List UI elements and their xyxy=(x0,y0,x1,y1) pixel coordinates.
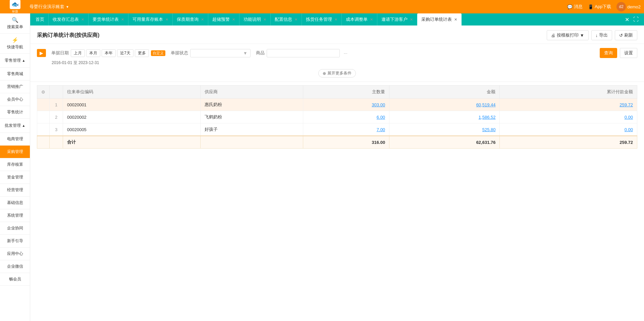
logo-icon: 🐟 xyxy=(10,0,20,9)
status-select[interactable]: ▼ xyxy=(190,49,251,57)
cell-main-qty-2[interactable]: 6.00 xyxy=(303,111,389,123)
tab-cost-adjust[interactable]: 成本调整单 ✕ xyxy=(342,13,377,25)
cell-amount-1[interactable]: 60,519.44 xyxy=(389,99,500,111)
tab-freshness-close-icon[interactable]: ✕ xyxy=(201,17,204,22)
app-download-btn[interactable]: 📱 App下载 xyxy=(588,4,611,10)
tab-receive-pay[interactable]: 收发存汇总表 ✕ xyxy=(49,13,89,25)
th-main-qty: 主数量 xyxy=(303,86,389,99)
tab-func-desc-close-icon[interactable]: ✕ xyxy=(263,17,266,22)
goods-filter-label: 商品 xyxy=(256,50,265,56)
avatar-initials: d2 xyxy=(619,4,624,9)
tab-purchase-stat[interactable]: 采购订单统计表 ✕ xyxy=(417,13,462,25)
sidebar-item-marketing[interactable]: 营销推广 xyxy=(0,81,30,93)
date-this-year-btn[interactable]: 本年 xyxy=(102,49,116,57)
tab-goods-stat-close-icon[interactable]: ✕ xyxy=(121,17,124,22)
sidebar-item-ecommerce[interactable]: 电商管理 xyxy=(0,133,30,146)
tab-goods-stat[interactable]: 要货单统计表 ✕ xyxy=(89,13,128,25)
sidebar-item-operations[interactable]: 经营管理 xyxy=(0,184,30,197)
sidebar-item-wholesale[interactable]: 批发管理 ▲ xyxy=(0,119,30,133)
print-btn[interactable]: 🖨 按模板打印 ▼ xyxy=(547,30,589,40)
sidebar-item-member[interactable]: 会员中心 xyxy=(0,93,30,106)
date-7days-btn[interactable]: 近7天 xyxy=(117,49,133,57)
tab-freshness[interactable]: 保质期查询 ✕ xyxy=(173,13,208,25)
tab-overstock-close-icon[interactable]: ✕ xyxy=(232,17,235,22)
tab-invite-customer[interactable]: 邀请下游客户 ✕ xyxy=(377,13,417,25)
tab-avail-stock-close-icon[interactable]: ✕ xyxy=(165,17,168,22)
date-this-month-btn[interactable]: 本月 xyxy=(86,49,100,57)
th-unit-code: 往来单位编码 xyxy=(63,86,201,99)
sidebar-label-quick-nav: 快捷导航 xyxy=(7,44,23,50)
workspace-selector[interactable]: 母婴行业演示账套 ▼ xyxy=(30,4,565,10)
tab-func-desc-label: 功能说明 xyxy=(244,16,261,22)
sidebar-item-retail[interactable]: 零售管理 ▲ xyxy=(0,54,30,68)
tab-config-close-icon[interactable]: ✕ xyxy=(294,17,298,22)
expand-conditions-btn[interactable]: ⊕ 展开更多条件 xyxy=(318,69,356,77)
sidebar-label-collab: 企业协同 xyxy=(7,225,23,231)
cell-amount-2[interactable]: 1,586.52 xyxy=(389,111,500,123)
cell-seq-2: 2 xyxy=(50,111,63,123)
date-last-month-btn[interactable]: 上月 xyxy=(71,49,85,57)
cell-main-qty-3[interactable]: 7.00 xyxy=(303,123,389,136)
goods-more-btn[interactable]: ··· xyxy=(342,50,350,56)
date-more-btn[interactable]: 更多 xyxy=(135,49,149,57)
sidebar-label-ecommerce: 电商管理 xyxy=(7,136,23,142)
table-settings-icon[interactable]: ⚙ xyxy=(41,90,45,95)
refresh-btn[interactable]: ↺ 刷新 xyxy=(615,30,637,40)
logo-area: 🐟 标题 xyxy=(3,0,27,14)
export-btn[interactable]: ↓ 导出 xyxy=(591,30,612,40)
print-icon: 🖨 xyxy=(551,33,555,38)
cell-paid-1[interactable]: 259.72 xyxy=(500,99,637,111)
sidebar-item-retail-stat[interactable]: 零售统计 xyxy=(0,106,30,119)
sidebar-item-finance[interactable]: 资金管理 xyxy=(0,171,30,184)
sidebar-item-purchase[interactable]: 采购管理 xyxy=(0,146,30,158)
sidebar-item-retail-shop[interactable]: 零售商城 xyxy=(0,68,30,81)
tab-close-all-btn[interactable]: ✕ xyxy=(624,16,631,23)
settings-btn-label: 设置 xyxy=(624,50,633,56)
wholesale-arrow-icon: ▲ xyxy=(22,124,25,127)
tab-func-desc[interactable]: 功能说明 ✕ xyxy=(239,13,271,25)
sidebar-item-search[interactable]: 🔍 搜索菜单 xyxy=(0,13,30,34)
search-btn[interactable]: 查询 xyxy=(600,48,617,58)
sidebar: 🔍 搜索菜单 ⚡ 快捷导航 零售管理 ▲ 零售商城 营销推广 会员中心 零售统计… xyxy=(0,13,30,321)
tab-freshness-label: 保质期查询 xyxy=(177,16,199,22)
th-seq xyxy=(50,86,63,99)
cell-amount-3[interactable]: 525.80 xyxy=(389,123,500,136)
table-header-row: ⚙ 往来单位编码 供应商 主数量 金额 累计付款金额 xyxy=(37,86,637,99)
tab-expand-btn[interactable]: ⛶ xyxy=(632,16,640,23)
tab-overstock[interactable]: 超储预警 ✕ xyxy=(208,13,239,25)
tab-receive-pay-close-icon[interactable]: ✕ xyxy=(81,17,84,22)
sidebar-item-quick-nav[interactable]: ⚡ 快捷导航 xyxy=(0,34,30,54)
table-row: 3 00020005 好孩子 7.00 525.80 0.00 xyxy=(37,123,637,136)
cell-paid-2[interactable]: 0.00 xyxy=(500,111,637,123)
sidebar-item-collab[interactable]: 企业协同 xyxy=(0,222,30,235)
cell-paid-3[interactable]: 0.00 xyxy=(500,123,637,136)
tab-config[interactable]: 配置信息 ✕ xyxy=(271,13,302,25)
cell-settings-1 xyxy=(37,99,50,111)
tab-avail-stock[interactable]: 可用量库存账本 ✕ xyxy=(128,13,173,25)
tab-purchase-stat-close-icon[interactable]: ✕ xyxy=(454,17,457,22)
th-settings: ⚙ xyxy=(37,86,50,99)
th-amount: 金额 xyxy=(389,86,500,99)
filter-toggle-btn[interactable]: ▶ xyxy=(37,49,46,57)
settings-btn[interactable]: 设置 xyxy=(620,48,637,58)
tab-home[interactable]: 首页 xyxy=(32,13,49,25)
tab-pick-task[interactable]: 拣货任务管理 ✕ xyxy=(302,13,342,25)
main-layout: 🔍 搜索菜单 ⚡ 快捷导航 零售管理 ▲ 零售商城 营销推广 会员中心 零售统计… xyxy=(0,13,644,321)
tab-pick-task-close-icon[interactable]: ✕ xyxy=(334,17,337,22)
sidebar-item-wechat[interactable]: 企业微信 xyxy=(0,260,30,273)
sidebar-item-app-center[interactable]: 应用中心 xyxy=(0,248,30,260)
goods-input[interactable] xyxy=(270,51,337,56)
sidebar-item-vip[interactable]: 畅会员 xyxy=(0,273,30,286)
sidebar-item-newbie[interactable]: 新手引导 xyxy=(0,235,30,248)
sidebar-item-system[interactable]: 系统管理 xyxy=(0,209,30,222)
tab-invite-customer-close-icon[interactable]: ✕ xyxy=(410,17,413,22)
workspace-caret-icon: ▼ xyxy=(66,5,69,9)
app-download-label: App下载 xyxy=(595,4,611,10)
sidebar-label-system: 系统管理 xyxy=(7,213,23,218)
sidebar-item-basic[interactable]: 基础信息 xyxy=(0,197,30,209)
tab-cost-adjust-close-icon[interactable]: ✕ xyxy=(370,17,373,22)
sidebar-item-inventory[interactable]: 库存核算 xyxy=(0,158,30,171)
cell-main-qty-1[interactable]: 303.00 xyxy=(303,99,389,111)
message-btn[interactable]: 💬 消息 xyxy=(567,4,583,10)
user-area[interactable]: d2 demo2 xyxy=(616,2,641,11)
